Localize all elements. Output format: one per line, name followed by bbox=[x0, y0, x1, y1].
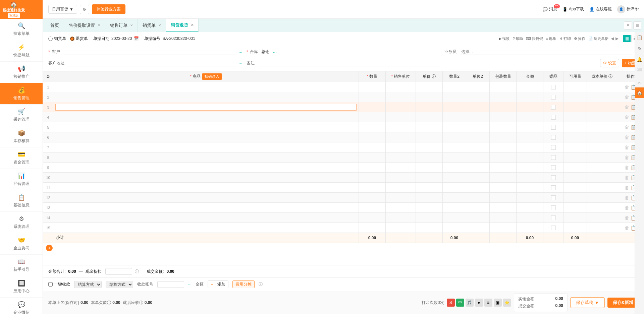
pack-qty-cell[interactable] bbox=[490, 173, 517, 183]
right-float-item-6[interactable]: 🏠 bbox=[635, 87, 644, 98]
industry-dropdown[interactable]: 日用百货 ▼ bbox=[48, 5, 77, 14]
gift-cell[interactable] bbox=[543, 213, 564, 223]
sidebar-item-inventory[interactable]: 📦 库存核算 bbox=[0, 126, 43, 147]
unit2-cell[interactable] bbox=[466, 122, 490, 132]
amount-cell[interactable] bbox=[517, 173, 543, 183]
account-input[interactable] bbox=[157, 281, 184, 288]
delete-icon[interactable]: 🗑 bbox=[625, 195, 629, 200]
gift-cell[interactable] bbox=[543, 132, 564, 142]
sidebar-item-system[interactable]: ⚙ 系统管理 bbox=[0, 212, 43, 233]
history-btn[interactable]: 📄 历史单据 bbox=[587, 36, 610, 42]
qty2-cell[interactable] bbox=[443, 142, 466, 152]
unit-cell[interactable] bbox=[386, 163, 416, 173]
footer-icon-s[interactable]: S bbox=[447, 299, 455, 307]
sidebar-item-sales[interactable]: 💰 销售管理 bbox=[0, 83, 43, 105]
footer-icon-grid[interactable]: ≡ bbox=[484, 299, 492, 307]
gift-cell[interactable] bbox=[543, 152, 564, 163]
amount-cell[interactable] bbox=[517, 132, 543, 142]
amount-cell[interactable] bbox=[517, 122, 543, 132]
gift-cell[interactable] bbox=[543, 173, 564, 183]
qty2-cell[interactable] bbox=[443, 193, 466, 203]
sidebar-item-guide[interactable]: 📖 新手引导 bbox=[0, 255, 43, 276]
gift-cell[interactable] bbox=[543, 193, 564, 203]
address-input[interactable] bbox=[68, 60, 236, 66]
price-cell[interactable] bbox=[416, 173, 443, 183]
goods-cell[interactable] bbox=[53, 82, 359, 92]
qty-cell[interactable] bbox=[359, 152, 386, 163]
delete-icon[interactable]: 🗑 bbox=[625, 185, 629, 190]
gift-cell[interactable] bbox=[543, 102, 564, 112]
topbar-settings-button[interactable]: ⚙ bbox=[80, 5, 89, 14]
gift-checkbox[interactable] bbox=[551, 175, 556, 180]
delete-icon[interactable]: 🗑 bbox=[625, 175, 629, 180]
expense-split-button[interactable]: 费用分摊 bbox=[232, 280, 255, 288]
pack-qty-cell[interactable] bbox=[490, 102, 517, 112]
qty2-cell[interactable] bbox=[443, 132, 466, 142]
footer-icon-mic[interactable]: 🎵 bbox=[466, 299, 474, 307]
user-profile-item[interactable]: 👤 徐泽华 bbox=[617, 5, 639, 13]
unit2-cell[interactable] bbox=[466, 92, 490, 102]
sidebar-item-marketing[interactable]: 📢 营销推广 bbox=[0, 62, 43, 83]
qty2-cell[interactable] bbox=[443, 203, 466, 213]
unit-cell[interactable] bbox=[386, 183, 416, 193]
qty-cell[interactable] bbox=[359, 163, 386, 173]
qty2-cell[interactable] bbox=[443, 213, 466, 223]
select-btn[interactable]: ≡ 选单 bbox=[545, 36, 557, 42]
remark-input[interactable] bbox=[258, 60, 441, 66]
gift-checkbox[interactable] bbox=[551, 215, 556, 220]
unit2-cell[interactable] bbox=[466, 193, 490, 203]
goods-cell[interactable] bbox=[53, 183, 359, 193]
unit2-cell[interactable] bbox=[466, 112, 490, 122]
sidebar-item-search[interactable]: 🔍 搜索菜单 bbox=[0, 19, 43, 40]
delete-icon[interactable]: 🗑 bbox=[625, 165, 629, 170]
goods-cell[interactable] bbox=[53, 102, 359, 112]
address-dots[interactable]: ··· bbox=[238, 61, 243, 66]
sidebar-item-purchase[interactable]: 🛒 采购管理 bbox=[0, 105, 43, 126]
delete-icon[interactable]: 🗑 bbox=[625, 145, 629, 150]
gift-checkbox[interactable] bbox=[551, 95, 556, 100]
unit2-cell[interactable] bbox=[466, 82, 490, 92]
available-cell[interactable] bbox=[564, 82, 587, 92]
notification-item[interactable]: 💬 消息 70 bbox=[543, 6, 557, 12]
app-download-item[interactable]: 📱 App下载 bbox=[562, 6, 584, 12]
video-btn[interactable]: ▶ 视频 bbox=[497, 36, 511, 42]
pack-qty-cell[interactable] bbox=[490, 183, 517, 193]
unit-cell[interactable] bbox=[386, 193, 416, 203]
delete-icon[interactable]: 🗑 bbox=[625, 84, 629, 90]
payment-method-select[interactable]: 结算方式 bbox=[74, 281, 102, 288]
price-cell[interactable] bbox=[416, 112, 443, 122]
gift-cell[interactable] bbox=[543, 122, 564, 132]
price-cell[interactable] bbox=[416, 193, 443, 203]
calc-method-select[interactable]: 结算方式 bbox=[106, 281, 133, 288]
footer-icon-zh[interactable]: 中 bbox=[456, 299, 464, 307]
tab-menu-button[interactable]: ☰ bbox=[633, 21, 641, 29]
gift-checkbox[interactable] bbox=[551, 195, 556, 200]
gift-checkbox[interactable] bbox=[551, 145, 556, 150]
tab-sales-return[interactable]: 销货退货 ✕ bbox=[166, 19, 199, 32]
pack-qty-cell[interactable] bbox=[490, 193, 517, 203]
qty-cell[interactable] bbox=[359, 82, 386, 92]
qty2-cell[interactable] bbox=[443, 163, 466, 173]
qty2-cell[interactable] bbox=[443, 92, 466, 102]
unit2-cell[interactable] bbox=[466, 132, 490, 142]
unit-cell[interactable] bbox=[386, 102, 416, 112]
tab-sales-bill-close[interactable]: ✕ bbox=[158, 23, 161, 27]
radio-sales-bill-input[interactable] bbox=[48, 37, 53, 41]
one-click-payment-input[interactable] bbox=[48, 282, 53, 287]
gift-checkbox[interactable] bbox=[551, 135, 556, 140]
price-cell[interactable] bbox=[416, 102, 443, 112]
gift-cell[interactable] bbox=[543, 183, 564, 193]
unit2-cell[interactable] bbox=[466, 203, 490, 213]
delete-icon[interactable]: 🗑 bbox=[625, 135, 629, 140]
unit-cell[interactable] bbox=[386, 213, 416, 223]
sidebar-item-finance[interactable]: 💳 资金管理 bbox=[0, 147, 43, 169]
cost-price-cell[interactable] bbox=[587, 82, 617, 92]
operation-btn[interactable]: ⚙ 操作 bbox=[573, 36, 587, 42]
amount-cell[interactable] bbox=[517, 163, 543, 173]
available-cell[interactable] bbox=[564, 122, 587, 132]
qty2-cell[interactable] bbox=[443, 112, 466, 122]
delete-icon[interactable]: 🗑 bbox=[625, 115, 629, 120]
amount-cell[interactable] bbox=[517, 142, 543, 152]
qty-cell[interactable] bbox=[359, 102, 386, 112]
gift-cell[interactable] bbox=[543, 163, 564, 173]
